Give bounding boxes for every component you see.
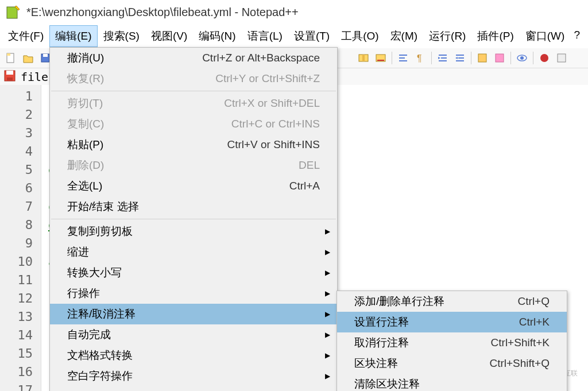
- comment-submenu: 添加/删除单行注释Ctrl+Q 设置行注释Ctrl+K 取消行注释Ctrl+Sh…: [336, 291, 567, 391]
- menu-bar: 文件(F) 编辑(E) 搜索(S) 视图(V) 编码(N) 语言(L) 设置(T…: [0, 24, 588, 48]
- indent-icon[interactable]: [435, 51, 450, 65]
- line-number: 14: [0, 326, 33, 344]
- chevron-right-icon: ▶: [325, 372, 330, 380]
- line-number: 6: [0, 179, 33, 198]
- menu-paste-special[interactable]: 选择性粘贴▶: [50, 386, 337, 391]
- menu-remove-line-comment[interactable]: 取消行注释Ctrl+Shift+K: [337, 332, 567, 353]
- menu-encoding[interactable]: 编码(N): [193, 25, 241, 47]
- eye-icon[interactable]: [514, 51, 529, 65]
- wrap-icon[interactable]: [396, 51, 411, 65]
- separator: [510, 52, 511, 64]
- menu-set-line-comment[interactable]: 设置行注释Ctrl+K: [337, 312, 567, 332]
- new-icon[interactable]: [3, 51, 18, 65]
- menu-macro[interactable]: 宏(M): [385, 25, 423, 47]
- menu-plugins[interactable]: 插件(P): [471, 25, 519, 47]
- title-bar: *E:\wenzhongxiang\Desktop\filebeat.yml -…: [0, 0, 588, 24]
- menu-select-all[interactable]: 全选(L)Ctrl+A: [50, 176, 337, 196]
- menu-help[interactable]: ?: [570, 25, 583, 47]
- svg-rect-10: [496, 54, 504, 62]
- line-number: 9: [0, 234, 33, 253]
- menu-edit[interactable]: 编辑(E): [49, 25, 97, 47]
- menu-paste[interactable]: 粘贴(P)Ctrl+V or Shift+INS: [50, 134, 337, 155]
- line-number: 7: [0, 198, 33, 216]
- line-number: 8: [0, 216, 33, 234]
- menu-cut[interactable]: 剪切(T)Ctrl+X or Shift+DEL: [50, 93, 337, 114]
- open-icon[interactable]: [21, 51, 36, 65]
- line-gutter: 12345678910111213141516171819: [0, 85, 41, 391]
- svg-rect-17: [7, 78, 13, 81]
- notepadpp-icon: [6, 5, 21, 20]
- menu-autocomplete[interactable]: 自动完成▶: [50, 324, 337, 345]
- save-disk-icon[interactable]: [3, 69, 16, 84]
- line-number: 10: [0, 253, 33, 271]
- menu-delete[interactable]: 删除(D)DEL: [50, 155, 337, 176]
- chevron-right-icon: ▶: [325, 310, 330, 318]
- line-number: 2: [0, 106, 33, 124]
- menu-copy[interactable]: 复制(C)Ctrl+C or Ctrl+INS: [50, 114, 337, 134]
- menu-convert-case[interactable]: 转换大小写▶: [50, 262, 337, 283]
- chevron-right-icon: ▶: [325, 269, 330, 277]
- menu-separator: [51, 219, 336, 219]
- line-number: 4: [0, 142, 33, 161]
- svg-text:¶: ¶: [417, 53, 422, 63]
- line-number: 5: [0, 161, 33, 179]
- menu-run[interactable]: 运行(R): [423, 25, 471, 47]
- separator: [471, 52, 471, 64]
- chevron-right-icon: ▶: [325, 289, 330, 297]
- tool-icon[interactable]: [475, 51, 490, 65]
- separator: [533, 52, 533, 64]
- menu-undo[interactable]: 撤消(U)Ctrl+Z or Alt+Backspace: [50, 48, 337, 68]
- line-number: 11: [0, 271, 33, 289]
- line-number: 15: [0, 344, 33, 363]
- menu-window[interactable]: 窗口(W): [520, 25, 571, 47]
- line-number: 1: [0, 87, 33, 106]
- svg-rect-16: [6, 71, 13, 75]
- svg-rect-0: [7, 7, 17, 18]
- svg-point-13: [540, 54, 548, 62]
- line-number: 17: [0, 381, 33, 391]
- menu-indent[interactable]: 缩进▶: [50, 242, 337, 262]
- menu-toggle-line-comment[interactable]: 添加/删除单行注释Ctrl+Q: [337, 291, 567, 312]
- separator: [431, 52, 432, 64]
- line-number: 13: [0, 308, 33, 326]
- menu-clear-block-comment[interactable]: 清除区块注释: [337, 374, 567, 391]
- chevron-right-icon: ▶: [325, 331, 330, 339]
- menu-view[interactable]: 视图(V): [145, 25, 193, 47]
- menu-blank-ops[interactable]: 空白字符操作▶: [50, 366, 337, 386]
- tool-icon[interactable]: [492, 51, 507, 65]
- menu-begin-end-select[interactable]: 开始/结束 选择: [50, 196, 337, 217]
- tool-icon[interactable]: [356, 51, 371, 65]
- svg-point-12: [520, 56, 524, 60]
- line-number: 12: [0, 289, 33, 308]
- outdent-icon[interactable]: [452, 51, 467, 65]
- menu-block-comment[interactable]: 区块注释Ctrl+Shift+Q: [337, 353, 567, 374]
- chevron-right-icon: ▶: [325, 248, 330, 256]
- tool-icon[interactable]: [554, 51, 569, 65]
- menu-file[interactable]: 文件(F): [2, 25, 49, 47]
- menu-search[interactable]: 搜索(S): [98, 25, 145, 47]
- tab-filename[interactable]: file: [21, 70, 48, 84]
- chevron-right-icon: ▶: [325, 227, 330, 235]
- menu-separator: [51, 91, 336, 91]
- menu-comment-toggle[interactable]: 注释/取消注释▶: [50, 304, 337, 324]
- line-number: 16: [0, 363, 33, 381]
- svg-rect-2: [7, 53, 10, 56]
- tool-icon[interactable]: [373, 51, 388, 65]
- menu-line-ops[interactable]: 行操作▶: [50, 283, 337, 304]
- svg-rect-6: [362, 55, 365, 61]
- menu-language[interactable]: 语言(L): [242, 25, 288, 47]
- menu-eol-convert[interactable]: 文档格式转换▶: [50, 345, 337, 366]
- separator: [392, 52, 392, 64]
- line-number: 3: [0, 124, 33, 142]
- svg-rect-4: [43, 54, 48, 57]
- menu-settings[interactable]: 设置(T): [288, 25, 335, 47]
- menu-redo[interactable]: 恢复(R)Ctrl+Y or Ctrl+Shift+Z: [50, 68, 337, 89]
- menu-copy-clipboard[interactable]: 复制到剪切板▶: [50, 221, 337, 242]
- pilcrow-icon[interactable]: ¶: [413, 51, 428, 65]
- chevron-right-icon: ▶: [325, 351, 330, 359]
- window-title: *E:\wenzhongxiang\Desktop\filebeat.yml -…: [26, 6, 299, 19]
- svg-rect-9: [478, 54, 486, 62]
- record-icon[interactable]: [537, 51, 552, 65]
- menu-tools[interactable]: 工具(O): [335, 25, 384, 47]
- svg-rect-14: [558, 54, 566, 62]
